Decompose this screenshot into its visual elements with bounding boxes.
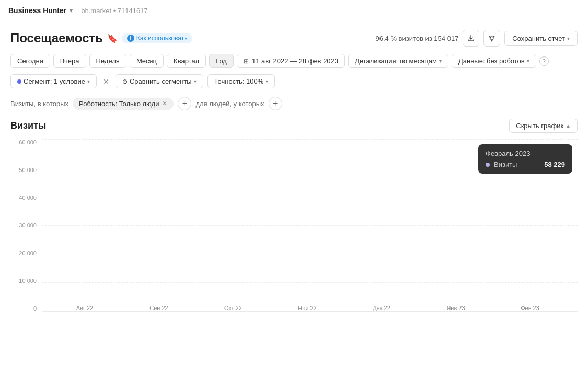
chart-section: Визиты Скрыть график ▲ 60 00050 00040 00… xyxy=(10,119,578,327)
brand-chevron: ▾ xyxy=(70,7,73,14)
bar-group: Фев 23 xyxy=(493,302,567,311)
y-axis-label: 40 000 xyxy=(19,195,37,201)
bar-label: Окт 22 xyxy=(224,305,242,311)
segment-dot xyxy=(17,79,21,84)
info-badge[interactable]: i Как использовать xyxy=(122,33,193,43)
segment-chevron: ▾ xyxy=(87,78,90,84)
detail-button[interactable]: Детализация: по месяцам ▾ xyxy=(348,54,448,68)
add-condition-button[interactable]: + xyxy=(178,97,191,110)
grid-line xyxy=(42,311,578,312)
bars-container: Авг 22Сен 22Окт 22Ноя 22Дек 22Янв 23Фев … xyxy=(42,139,578,311)
bar-label: Янв 23 xyxy=(446,305,465,311)
add-for-condition-button[interactable]: + xyxy=(269,97,282,110)
y-axis-label: 60 000 xyxy=(19,139,37,145)
svg-point-3 xyxy=(491,40,493,42)
filter-year[interactable]: Год xyxy=(209,54,234,68)
detail-chevron: ▾ xyxy=(439,58,442,64)
bar-group: Сен 22 xyxy=(122,302,196,311)
compare-chevron: ▾ xyxy=(194,78,197,84)
hide-chart-chevron: ▲ xyxy=(566,123,571,129)
export-icon xyxy=(467,35,475,42)
visits-stat: 96,4 % визитов из 154 017 xyxy=(376,35,459,42)
detail-label: Детализация: по месяцам xyxy=(355,57,437,65)
bar-label: Сен 22 xyxy=(149,305,168,311)
hide-chart-button[interactable]: Скрыть график ▲ xyxy=(509,119,578,133)
filter-yesterday[interactable]: Вчера xyxy=(53,54,86,68)
y-axis-label: 50 000 xyxy=(19,167,37,173)
svg-point-2 xyxy=(493,36,495,38)
save-report-label: Сохранить отчет xyxy=(512,35,565,42)
bar-group: Окт 22 xyxy=(196,302,270,311)
date-picker-button[interactable]: ⊞ 11 авг 2022 — 28 фев 2023 xyxy=(237,54,345,68)
segment-label: Сегмент: 1 условие xyxy=(24,77,85,85)
bar-label: Дек 22 xyxy=(373,305,390,311)
help-icon[interactable]: ? xyxy=(539,56,549,66)
y-axis: 60 00050 00040 00030 00020 00010 0000 xyxy=(10,139,41,312)
page-header-left: Посещаемость 🔖 i Как использовать xyxy=(10,31,192,45)
bar-group: Авг 22 xyxy=(48,302,122,311)
y-axis-label: 20 000 xyxy=(19,250,37,256)
chart-container: 60 00050 00040 00030 00020 00010 0000 Ав… xyxy=(10,139,578,327)
for-label: для людей, у которых xyxy=(195,100,264,108)
chart-title: Визиты xyxy=(10,120,46,131)
bookmark-icon[interactable]: 🔖 xyxy=(107,33,118,43)
date-range-label: 11 авг 2022 — 28 фев 2023 xyxy=(252,57,338,65)
segment-bar: Сегмент: 1 условие ▾ ✕ ⊙ Сравнить сегмен… xyxy=(10,74,578,88)
page-header-right: 96,4 % визитов из 154 017 Сохранить отче… xyxy=(376,30,578,47)
compare-label: Сравнить сегменты xyxy=(130,77,192,85)
data-chevron: ▾ xyxy=(527,58,529,64)
segment-remove-button[interactable]: ✕ xyxy=(101,76,111,87)
svg-point-0 xyxy=(490,37,493,40)
y-axis-label: 10 000 xyxy=(19,278,37,284)
share-icon xyxy=(488,35,495,42)
chart-header: Визиты Скрыть график ▲ xyxy=(10,119,578,133)
y-axis-label: 0 xyxy=(33,305,37,312)
brand-title[interactable]: Business Hunter ▾ xyxy=(8,6,73,15)
bar-label: Авг 22 xyxy=(76,305,93,311)
export-button[interactable] xyxy=(463,30,479,47)
condition-tag-label: Роботность: Только люди xyxy=(79,100,159,108)
hide-chart-label: Скрыть график xyxy=(516,122,563,130)
chart-inner: Авг 22Сен 22Окт 22Ноя 22Дек 22Янв 23Фев … xyxy=(42,139,578,312)
share-button[interactable] xyxy=(483,30,500,47)
bar-group: Ноя 22 xyxy=(270,302,344,311)
accuracy-label: Точность: 100% xyxy=(214,77,264,85)
compare-icon: ⊙ xyxy=(122,78,128,85)
condition-bar: Визиты, в которых Роботность: Только люд… xyxy=(10,97,578,110)
filter-quarter[interactable]: Квартал xyxy=(167,54,206,68)
bar-group: Дек 22 xyxy=(344,302,419,311)
y-axis-label: 30 000 xyxy=(19,222,37,229)
segment-button[interactable]: Сегмент: 1 условие ▾ xyxy=(10,74,97,88)
filter-week[interactable]: Неделя xyxy=(89,54,126,68)
bar-group: Янв 23 xyxy=(419,302,493,311)
top-bar: Business Hunter ▾ bh.market • 71141617 xyxy=(0,0,588,21)
condition-tag: Роботность: Только люди ✕ xyxy=(73,98,174,110)
filter-today[interactable]: Сегодня xyxy=(10,54,50,68)
bar-label: Фев 23 xyxy=(521,305,539,311)
main-content: Посещаемость 🔖 i Как использовать 96,4 %… xyxy=(0,21,588,336)
save-report-chevron: ▾ xyxy=(567,36,570,41)
data-label: Данные: без роботов xyxy=(458,57,525,65)
brand-name: Business Hunter xyxy=(8,6,66,15)
bar-label: Ноя 22 xyxy=(298,305,316,311)
svg-point-1 xyxy=(489,36,491,38)
calendar-icon: ⊞ xyxy=(244,58,249,65)
filter-bar: Сегодня Вчера Неделя Месяц Квартал Год ⊞… xyxy=(10,54,578,68)
top-bar-sub: bh.market • 71141617 xyxy=(81,7,147,15)
data-button[interactable]: Данные: без роботов ▾ xyxy=(452,54,536,68)
save-report-button[interactable]: Сохранить отчет ▾ xyxy=(504,31,578,46)
info-icon: i xyxy=(127,35,134,42)
info-label: Как использовать xyxy=(136,35,188,42)
condition-tag-remove[interactable]: ✕ xyxy=(162,100,167,107)
condition-prefix: Визиты, в которых xyxy=(10,100,68,108)
accuracy-button[interactable]: Точность: 100% ▾ xyxy=(207,74,275,88)
compare-button[interactable]: ⊙ Сравнить сегменты ▾ xyxy=(116,74,203,88)
page-title: Посещаемость xyxy=(10,31,103,45)
page-header: Посещаемость 🔖 i Как использовать 96,4 %… xyxy=(10,30,578,47)
filter-month[interactable]: Месяц xyxy=(130,54,164,68)
accuracy-chevron: ▾ xyxy=(266,78,268,84)
